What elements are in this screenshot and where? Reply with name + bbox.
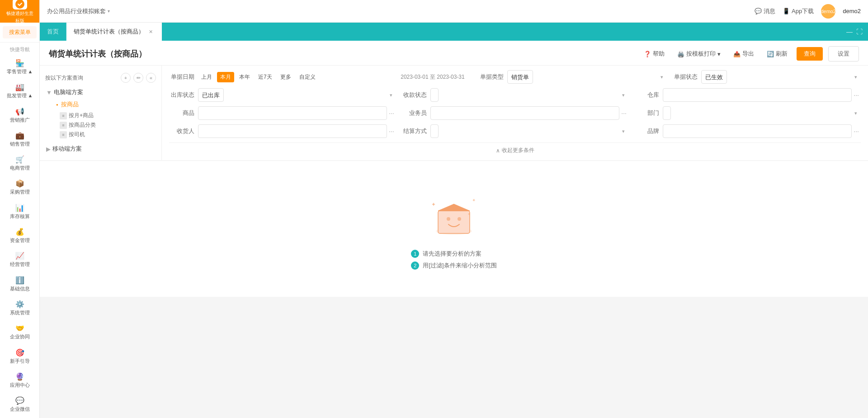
app-name: 畅捷通好生意 [6,10,33,17]
minimize-icon[interactable]: — [846,28,853,35]
sub-scheme-month-product-label: 按月+商品 [69,112,94,119]
sidebar-item-stock[interactable]: 📊 库存核算 [2,200,38,223]
scheme-item-by-product[interactable]: ● 按商品 [43,98,158,111]
sidebar-item-sales[interactable]: 💼 销售管理 [2,128,38,151]
date-btn-last-month[interactable]: 上月 [198,72,215,82]
top-header-left: 办公用品行业模拟账套 ▾ [47,7,110,15]
sidebar-item-purchase[interactable]: 📦 采购管理 [2,176,38,199]
payment-status-select[interactable] [430,88,439,102]
dept-field: 部门 [634,106,861,120]
filter-sidebar-title: 按以下方案查询 [45,74,83,82]
payment-status-label: 收款状态 [401,91,427,99]
brand-picker-icon[interactable]: ··· [852,128,861,135]
scheme-group-mobile: ▶ 移动端方案 [43,143,158,155]
app-selector-label: 办公用品行业模拟账套 [47,7,106,15]
doc-status-label: 单据状态 [672,73,698,81]
payment-status-field: 收款状态 [401,88,628,102]
user-avatar[interactable]: demo2 [821,4,835,19]
collapse-sidebar-button[interactable]: « [146,73,156,83]
scheme-group-desktop-header[interactable]: ▼ 电脑端方案 [43,86,158,98]
sidebar-item-marketing[interactable]: 📢 营销推广 [2,104,38,127]
sidebar-item-ops-label: 经营管理 [10,261,30,267]
sidebar-item-collab[interactable]: 🤝 企业协同 [2,320,38,343]
sub-scheme-month-product[interactable]: ≡ 按月+商品 [43,111,158,120]
sub-scheme-icon-1: ≡ [60,112,67,119]
date-btn-custom[interactable]: 自定义 [296,72,319,82]
warehouse-field: 仓库 ··· [634,88,861,102]
product-picker-icon[interactable]: ··· [387,109,396,117]
ecommerce-icon: 🛒 [15,155,24,164]
dept-select[interactable] [663,106,671,120]
date-range-display: 2023-03-01 至 2023-03-31 [401,73,473,81]
scheme-group-mobile-header[interactable]: ▶ 移动端方案 [43,143,158,155]
sidebar-item-finance[interactable]: 💰 资金管理 [2,224,38,247]
date-btn-this-year[interactable]: 本年 [236,72,253,82]
date-btn-last-7-days[interactable]: 近7天 [255,72,275,82]
brand-input[interactable] [663,124,852,138]
sidebar-item-wechat[interactable]: 💬 企业微信 [2,393,38,416]
sidebar-item-retail[interactable]: 🏪 零售管理 ▲ [2,55,38,78]
print-button[interactable]: 🖨️ 按模板打印 ▾ [674,48,724,60]
svg-rect-2 [438,211,470,233]
tab-home[interactable]: 首页 [40,23,66,41]
date-btn-more[interactable]: 更多 [277,72,294,82]
consignee-input[interactable] [198,124,387,138]
query-button[interactable]: 查询 [797,47,823,61]
refresh-button[interactable]: 🔄 刷新 [763,48,791,60]
help-button[interactable]: ❓ 帮助 [640,48,668,60]
consignee-picker-icon[interactable]: ··· [387,128,396,135]
sidebar-item-guide-label: 新手引导 [10,358,30,364]
doc-type-select[interactable]: 销货单 [507,70,533,84]
date-btn-this-month[interactable]: 本月 [217,72,234,82]
guide-icon: 🎯 [15,348,24,357]
app-selector[interactable]: 办公用品行业模拟账套 ▾ [47,7,110,15]
tab-sales-stat[interactable]: 销货单统计计表（按商品） ✕ [66,23,162,41]
app-download-button[interactable]: 📱 App下载 [783,7,814,15]
filter-row-2: 出库状态 已出库 收款状态 [169,88,861,102]
out-status-select-wrap: 已出库 [198,88,396,102]
scheme-by-product-label: 按商品 [61,100,79,109]
date-label: 单据日期 [169,73,194,81]
sidebar-item-collab-label: 企业协同 [10,333,30,340]
svg-point-5 [447,217,450,221]
filter-sidebar: 按以下方案查询 + ✏ « ▼ 电脑端方案 ● [40,66,162,160]
filter-row-3: 商品 ··· 业务员 ··· 部门 [169,106,861,120]
tab-close-icon[interactable]: ✕ [147,28,154,35]
sidebar-item-marketing-label: 营销推广 [10,117,30,123]
sidebar-item-system[interactable]: ⚙️ 系统管理 [2,296,38,319]
sidebar-item-ecommerce[interactable]: 🛒 电商管理 [2,152,38,175]
sidebar-item-ops[interactable]: 📈 经营管理 [2,248,38,271]
doc-status-select[interactable]: 已生效 [701,70,727,84]
product-input[interactable] [198,106,387,120]
filter-panel: 按以下方案查询 + ✏ « ▼ 电脑端方案 ● [40,66,868,160]
tab-sales-stat-label: 销货单统计计表（按商品） [74,28,144,36]
search-menu-button[interactable]: 搜索菜单 [3,26,37,38]
collapse-button[interactable]: ∧ 收起更多条件 [169,142,861,158]
out-status-select[interactable]: 已出库 [198,88,224,102]
add-scheme-button[interactable]: + [121,73,131,83]
sub-scheme-cashier[interactable]: ≡ 按司机 [43,130,158,139]
message-button[interactable]: 💬 消息 [755,7,775,15]
sidebar-item-basic[interactable]: ℹ️ 基础信息 [2,272,38,295]
settings-button[interactable]: 设置 [828,46,859,62]
settle-method-select[interactable] [430,124,439,138]
edit-scheme-button[interactable]: ✏ [133,73,143,83]
tab-home-label: 首页 [47,28,59,36]
filter-form: 单据日期 上月 本月 本年 近7天 更多 自定义 [162,66,868,160]
salesman-picker-icon[interactable]: ··· [619,109,628,117]
warehouse-input[interactable] [663,88,852,102]
export-button[interactable]: 📤 导出 [730,48,758,60]
user-name-label: demo2 [843,8,861,14]
warehouse-picker-icon[interactable]: ··· [852,91,861,99]
sub-scheme-category[interactable]: ≡ 按商品分类 [43,120,158,130]
filter-row-1: 单据日期 上月 本月 本年 近7天 更多 自定义 [169,70,861,84]
scheme-group-desktop: ▼ 电脑端方案 ● 按商品 ≡ 按月+商品 ≡ [43,86,158,139]
salesman-input[interactable] [430,106,619,120]
sidebar-item-wholesale[interactable]: 🏭 批发管理 ▲ [2,79,38,102]
empty-num-2: 2 [411,261,419,270]
page-header: 销货单统计计表（按商品） ❓ 帮助 🖨️ 按模板打印 ▾ 📤 导出 🔄 刷 [40,41,868,66]
retail-icon: 🏪 [15,59,24,67]
sidebar-item-apps[interactable]: 🔮 应用中心 [2,369,38,392]
maximize-icon[interactable]: ⛶ [856,28,863,35]
sidebar-item-guide[interactable]: 🎯 新手引导 [2,345,38,368]
